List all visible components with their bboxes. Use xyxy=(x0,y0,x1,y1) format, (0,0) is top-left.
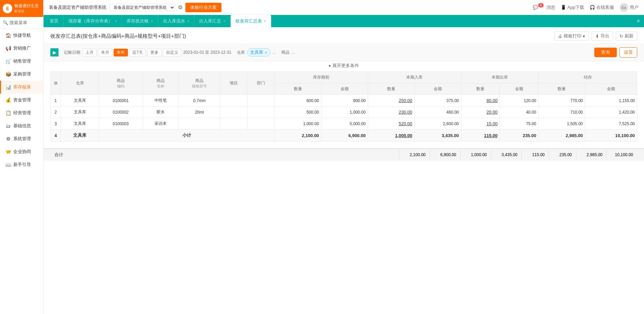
sales-icon: 🛒 xyxy=(5,59,11,64)
th-settings[interactable]: ⚙ xyxy=(51,72,61,95)
sidebar-label-operations: 经营管理 xyxy=(13,110,31,116)
column-settings-icon[interactable]: ⚙ xyxy=(54,81,58,86)
tab-inout-flow[interactable]: 出入库流水 × xyxy=(158,15,194,27)
tab-home-label: 首页 xyxy=(50,18,59,24)
row1-in-qty[interactable]: 250.00 xyxy=(368,95,414,106)
inventory-icon: 📊 xyxy=(5,84,11,90)
system-select[interactable]: 装备及固定资产辅助管理系统 xyxy=(109,4,175,11)
date-btn-this-month[interactable]: 本月 xyxy=(98,49,112,56)
warehouse-more-btn[interactable]: ... xyxy=(273,50,276,55)
row3-spec xyxy=(179,118,220,130)
tab-stock-dist[interactable]: 现存量（库存分布表） × xyxy=(64,15,122,27)
table-row: 3 文具库 0100003 采访本 1,000.00 5,000.00 520.… xyxy=(51,118,637,130)
total-opening-qty: 2,100.00 xyxy=(399,150,430,160)
sidebar-item-marketing[interactable]: 📢 营销推广 xyxy=(0,42,43,55)
row3-balance-amt: 7,525.00 xyxy=(585,118,637,130)
refresh-icon: ↻ xyxy=(620,34,623,39)
row2-code: 0100002 xyxy=(99,106,143,118)
messages-item[interactable]: 💬 6 消息 xyxy=(533,4,555,11)
tab-batch[interactable]: 库存批次账 × xyxy=(122,15,158,27)
warehouse-filter-group: 仓库 文具库 × ... xyxy=(237,48,276,56)
sidebar-item-quick-nav[interactable]: 🏠 快捷导航 xyxy=(0,29,43,42)
printer-icon: 🖨 xyxy=(558,34,562,39)
basic-icon: 🗂 xyxy=(5,123,11,129)
app-download-item[interactable]: 📱 App下载 xyxy=(561,4,584,11)
th-dept: 部门 xyxy=(247,72,275,95)
row2-opening-amt: 1,000.00 xyxy=(321,106,368,118)
row3-out-qty[interactable]: 15.00 xyxy=(461,118,500,130)
th-in: 本期入库 xyxy=(368,72,461,83)
headset-icon: 🎧 xyxy=(590,5,595,10)
tab-receipt-summary[interactable]: 收发存汇总表 × xyxy=(231,15,271,27)
subtotal-in-amt: 3,435.00 xyxy=(414,130,461,142)
filter-bar: ▶ 记账日期 上月 本月 本年 近7天 更多 自定义 2023-01-01 至 … xyxy=(44,44,644,61)
goods-more-btn[interactable]: ... xyxy=(292,50,295,55)
sidebar-label-marketing: 营销推广 xyxy=(13,45,31,51)
refresh-button[interactable]: ↻ 刷新 xyxy=(616,31,637,41)
sidebar-item-finance[interactable]: 💰 资金管理 xyxy=(0,94,43,106)
sidebar-item-purchase[interactable]: 📦 采购管理 xyxy=(0,68,43,81)
finance-icon: 💰 xyxy=(5,97,11,103)
online-service-item[interactable]: 🎧 在线客服 xyxy=(590,4,614,11)
row2-opening-qty: 500.00 xyxy=(275,106,321,118)
date-btn-7days[interactable]: 近7天 xyxy=(129,49,146,56)
subtotal-row: 4 文具库 小计 2,100.00 6,900.00 1,000.00 3,43… xyxy=(51,130,637,142)
warehouse-tag-close-icon[interactable]: × xyxy=(265,50,267,55)
print-button[interactable]: 🖨 模板打印 ▾ xyxy=(554,31,589,41)
date-btn-more[interactable]: 更多 xyxy=(147,49,162,56)
row3-opening-amt: 5,000.00 xyxy=(321,118,368,130)
sidebar-item-guide[interactable]: 📖 新手引导 xyxy=(0,158,43,171)
tab-inout-flow-close[interactable]: × xyxy=(187,19,189,23)
data-table: ⚙ 仓库 商品编码 商品名称 商品规格型号 项目 部门 库存期初 本期入库 本期… xyxy=(50,71,637,142)
row2-warehouse: 文具库 xyxy=(61,106,99,118)
sidebar-item-inventory[interactable]: 📊 库存核算 xyxy=(0,81,43,94)
th-spec: 商品规格型号 xyxy=(179,72,220,95)
row2-in-qty[interactable]: 230.00 xyxy=(368,106,414,118)
phone-icon: 📱 xyxy=(561,5,566,10)
trial-btn[interactable]: 体验行业方案 xyxy=(185,3,221,12)
export-button[interactable]: ⬇ 导出 xyxy=(592,31,613,41)
sidebar-item-system[interactable]: ⚙ 系统管理 xyxy=(0,132,43,145)
expand-more-label: 展开更多条件 xyxy=(332,63,359,69)
th-opening: 库存期初 xyxy=(275,72,368,83)
row1-out-qty[interactable]: 80.00 xyxy=(461,95,500,106)
page-actions: 🖨 模板打印 ▾ ⬇ 导出 ↻ 刷新 xyxy=(554,31,637,41)
th-out: 本期出库 xyxy=(461,72,538,83)
search-menu[interactable]: 🔍 搜索菜单 xyxy=(0,17,43,29)
subtotal-in-qty[interactable]: 1,000.00 xyxy=(368,130,414,142)
row3-dept xyxy=(247,118,275,130)
total-balance-amt: 10,100.00 xyxy=(607,150,637,160)
subtotal-out-qty[interactable]: 115.00 xyxy=(461,130,500,142)
sidebar-item-basic[interactable]: 🗂 基础信息 xyxy=(0,119,43,132)
query-button[interactable]: 查询 xyxy=(594,48,617,57)
sidebar-item-enterprise[interactable]: 🤝 企业协同 xyxy=(0,145,43,158)
tab-inout-summary[interactable]: 出入库汇总 × xyxy=(194,15,230,27)
message-icon: 💬 xyxy=(533,5,538,10)
tab-inout-summary-close[interactable]: × xyxy=(223,19,225,23)
tab-home[interactable]: 首页 xyxy=(45,15,64,27)
row3-in-amt: 2,600.00 xyxy=(414,118,461,130)
filter-expand-button[interactable]: ▶ xyxy=(50,48,59,56)
sidebar-item-sales[interactable]: 🛒 销售管理 xyxy=(0,55,43,68)
expand-more-button[interactable]: ▾ 展开更多条件 xyxy=(329,63,359,69)
tab-stock-dist-label: 现存量（库存分布表） xyxy=(68,18,113,24)
goods-filter-group: 商品 ... xyxy=(281,50,295,55)
tab-batch-close[interactable]: × xyxy=(151,19,153,23)
total-in-amt: 3,435.00 xyxy=(491,150,522,160)
row2-out-qty[interactable]: 20.00 xyxy=(461,106,500,118)
date-btn-this-year[interactable]: 本年 xyxy=(114,49,128,56)
logo-text-block: 畅捷通好生意 标准版 xyxy=(14,3,39,14)
sidebar-label-quick-nav: 快捷导航 xyxy=(13,32,31,38)
close-all-tabs[interactable]: × xyxy=(634,18,643,24)
avatar: Ea xyxy=(620,3,628,12)
tab-stock-dist-close[interactable]: × xyxy=(115,19,117,23)
tab-receipt-summary-close[interactable]: × xyxy=(264,19,266,23)
sidebar-item-operations[interactable]: 📋 经营管理 xyxy=(0,106,43,119)
home-icon: 🏠 xyxy=(5,33,11,38)
user-item[interactable]: Ea 用户 xyxy=(620,3,639,12)
settings-gear-icon[interactable]: ⚙ xyxy=(178,4,183,11)
row3-in-qty[interactable]: 520.00 xyxy=(368,118,414,130)
date-btn-custom[interactable]: 自定义 xyxy=(163,49,181,56)
settings-link-button[interactable]: 设置 xyxy=(620,47,637,57)
date-btn-last-month[interactable]: 上月 xyxy=(82,49,97,56)
